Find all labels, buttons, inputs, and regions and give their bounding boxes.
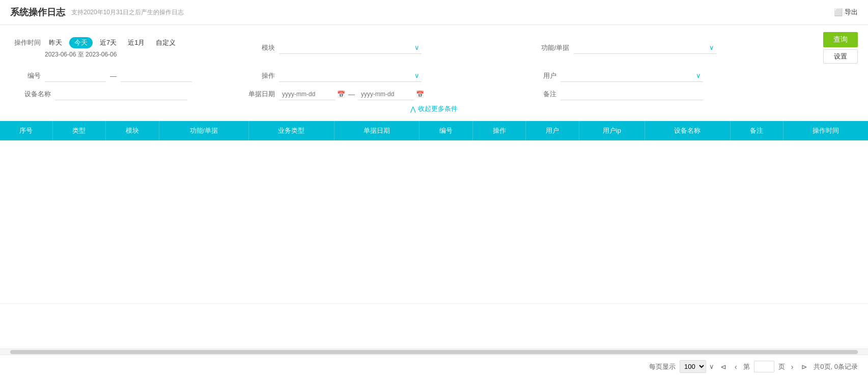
table-col-用户ip: 用户ip bbox=[579, 121, 645, 140]
func-select[interactable]: ∨ bbox=[574, 42, 716, 54]
settings-button[interactable]: 设置 bbox=[823, 49, 858, 64]
calendar-to-icon[interactable]: 📅 bbox=[416, 91, 424, 98]
table-col-操作时间: 操作时间 bbox=[783, 121, 868, 140]
user-dropdown-icon: ∨ bbox=[696, 72, 701, 79]
last-page-button[interactable]: ⊳ bbox=[799, 362, 809, 372]
export-button[interactable]: ⬜ 导出 bbox=[834, 8, 858, 17]
next-page-button[interactable]: › bbox=[789, 362, 796, 372]
func-label: 功能/单据 bbox=[539, 43, 570, 52]
table-col-类型: 类型 bbox=[52, 121, 105, 140]
table-col-设备名称: 设备名称 bbox=[645, 121, 730, 140]
page-number-input[interactable]: 1 bbox=[754, 361, 774, 372]
op-dropdown-icon: ∨ bbox=[414, 72, 419, 79]
device-label: 设备名称 bbox=[10, 90, 51, 99]
table-col-业务类型: 业务类型 bbox=[249, 121, 334, 140]
op-select[interactable]: ∨ bbox=[279, 70, 422, 82]
per-page-select[interactable]: 100 20 50 200 bbox=[680, 360, 706, 373]
func-dropdown-icon: ∨ bbox=[709, 44, 714, 51]
no-dash: — bbox=[106, 72, 121, 80]
no-from-input[interactable] bbox=[45, 70, 106, 82]
table-col-用户: 用户 bbox=[526, 121, 579, 140]
collapse-button[interactable]: ⋀ 收起更多条件 bbox=[410, 104, 458, 113]
time-label: 操作时间 bbox=[10, 38, 41, 47]
table-col-备注: 备注 bbox=[730, 121, 783, 140]
module-label: 模块 bbox=[244, 43, 275, 52]
table-body bbox=[0, 140, 868, 304]
prev-page-button[interactable]: ‹ bbox=[733, 362, 739, 372]
time-btn-1month[interactable]: 近1月 bbox=[124, 37, 149, 48]
scrollbar-thumb[interactable] bbox=[10, 350, 858, 354]
date-label: 单据日期 bbox=[244, 90, 275, 99]
time-btn-yesterday[interactable]: 昨天 bbox=[45, 37, 66, 48]
remark-label: 备注 bbox=[526, 90, 556, 99]
module-select[interactable]: ∨ bbox=[279, 42, 422, 54]
no-label: 编号 bbox=[10, 71, 41, 80]
time-range-display: 2023-06-06 至 2023-06-06 bbox=[10, 50, 117, 59]
date-from-input[interactable] bbox=[279, 89, 335, 100]
query-button[interactable]: 查询 bbox=[823, 32, 858, 47]
per-page-dropdown-arrow: ∨ bbox=[709, 363, 714, 370]
table-col-模块: 模块 bbox=[106, 121, 159, 140]
date-to-input[interactable] bbox=[358, 89, 414, 100]
first-page-button[interactable]: ⊲ bbox=[718, 362, 729, 372]
user-label: 用户 bbox=[526, 71, 556, 80]
time-btn-custom[interactable]: 自定义 bbox=[152, 37, 180, 48]
page-subtitle: 支持2020年10月31日之后产生的操作日志 bbox=[71, 8, 184, 17]
horizontal-scrollbar[interactable] bbox=[0, 348, 868, 355]
calendar-from-icon[interactable]: 📅 bbox=[337, 91, 345, 98]
table-col-序号: 序号 bbox=[0, 121, 52, 140]
total-records: 共0页, 0条记录 bbox=[814, 362, 858, 371]
date-dash: — bbox=[345, 91, 358, 98]
table-col-编号: 编号 bbox=[419, 121, 472, 140]
device-input[interactable] bbox=[55, 88, 187, 100]
collapse-icon: ⋀ bbox=[410, 105, 416, 113]
table-col-单据日期: 单据日期 bbox=[334, 121, 419, 140]
table-header: 序号类型模块功能/单据业务类型单据日期编号操作用户用户ip设备名称备注操作时间 bbox=[0, 121, 868, 140]
table-col-操作: 操作 bbox=[472, 121, 525, 140]
time-btn-7days[interactable]: 近7天 bbox=[96, 37, 121, 48]
empty-state bbox=[4, 146, 864, 298]
per-page-label: 每页显示 bbox=[649, 362, 676, 371]
no-to-input[interactable] bbox=[121, 70, 192, 82]
module-dropdown-icon: ∨ bbox=[414, 44, 419, 51]
table-col-功能/单据: 功能/单据 bbox=[159, 121, 248, 140]
page-label: 第 bbox=[743, 362, 750, 371]
op-label: 操作 bbox=[244, 71, 275, 80]
remark-input[interactable] bbox=[561, 88, 703, 100]
export-icon: ⬜ bbox=[834, 8, 843, 16]
time-btn-today[interactable]: 今天 bbox=[69, 37, 93, 48]
page-suffix: 页 bbox=[778, 362, 785, 371]
user-select[interactable]: ∨ bbox=[561, 70, 703, 82]
page-title: 系统操作日志 bbox=[10, 6, 65, 18]
